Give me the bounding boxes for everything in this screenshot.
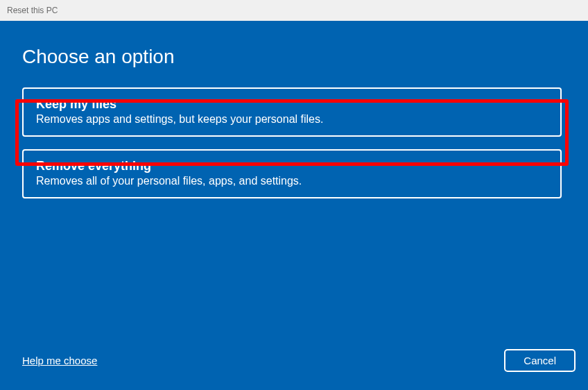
reset-pc-dialog: Choose an option Keep my files Removes a… [0,21,588,390]
page-title: Choose an option [22,46,566,68]
help-me-choose-link[interactable]: Help me choose [22,355,97,366]
dialog-footer: Help me choose Cancel [22,349,576,372]
option-desc: Removes all of your personal files, apps… [36,175,548,187]
option-keep-my-files[interactable]: Keep my files Removes apps and settings,… [22,87,562,137]
window-title: Reset this PC [7,6,58,15]
option-desc: Removes apps and settings, but keeps you… [36,113,548,126]
option-title: Remove everything [36,159,548,173]
option-title: Keep my files [36,97,548,112]
window-titlebar: Reset this PC [0,0,588,21]
option-remove-everything[interactable]: Remove everything Removes all of your pe… [22,149,562,198]
option-list: Keep my files Removes apps and settings,… [22,87,566,198]
cancel-button[interactable]: Cancel [504,349,576,372]
